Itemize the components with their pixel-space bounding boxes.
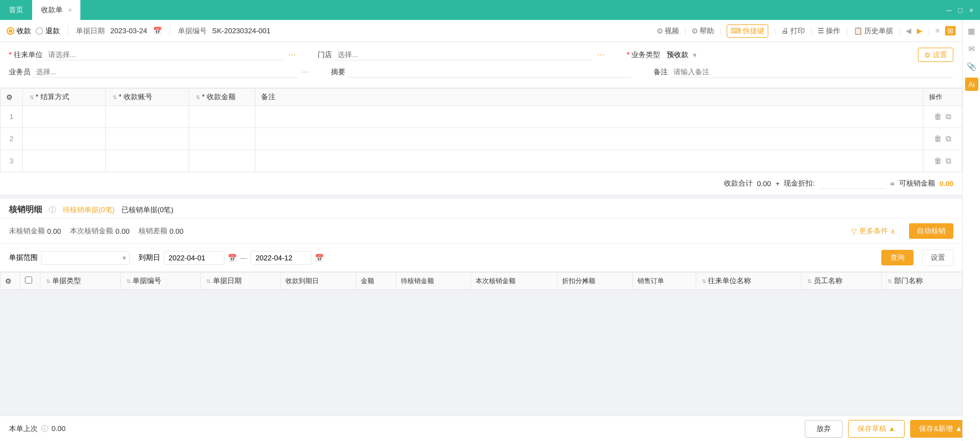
- bth-staff: ⇅ 员工名称: [802, 273, 882, 290]
- grid-view-icon[interactable]: ⊞: [945, 26, 956, 35]
- calendar-from-icon[interactable]: 📅: [228, 254, 237, 262]
- toolbar-divider-1: [68, 25, 68, 37]
- current-stat: 本次核销金额 0.00: [70, 226, 129, 236]
- sort-dept-icon: ⇅: [887, 278, 892, 284]
- summary-input[interactable]: [348, 66, 631, 78]
- range-select[interactable]: [41, 251, 130, 265]
- pending-tab[interactable]: 待核销单据(0笔): [63, 205, 115, 215]
- filter-settings-btn[interactable]: 设置: [922, 249, 953, 266]
- row-2-note[interactable]: [256, 128, 923, 150]
- right-sidebar: ▦ ✉ 📎 Ai: [962, 20, 980, 441]
- sort-settlement-icon[interactable]: ⇅: [29, 94, 34, 100]
- auto-verification-btn[interactable]: 自动核销: [909, 223, 953, 239]
- refund-radio[interactable]: 退款: [35, 26, 60, 36]
- plus-sign: +: [775, 180, 780, 188]
- tab-receipt[interactable]: 收款单 ×: [32, 0, 80, 20]
- row-2-actions: 🗑 ⧉: [923, 128, 962, 150]
- done-tab[interactable]: 已核销单据(0笔): [121, 205, 173, 215]
- operation-action[interactable]: ☰ 操作: [818, 26, 840, 36]
- row-3-account[interactable]: [106, 150, 189, 172]
- row-1-note[interactable]: [256, 106, 923, 128]
- summary-row: 收款合计 0.00 + 现金折扣: = 可核销金额 0.00: [0, 172, 962, 199]
- row-2-settlement[interactable]: [23, 128, 106, 150]
- row-2-copy-btn[interactable]: ⧉: [945, 134, 952, 143]
- window-minimize-icon[interactable]: ─: [946, 6, 951, 14]
- store-input[interactable]: [334, 49, 593, 60]
- nav-prev-icon[interactable]: ◀: [906, 27, 911, 35]
- staff-more-btn[interactable]: ···: [302, 67, 309, 77]
- th-account: ⇅ * 收款账号: [106, 89, 189, 106]
- calendar-icon[interactable]: 📅: [153, 27, 162, 35]
- row-3-note[interactable]: [256, 150, 923, 172]
- diff-value: 0.00: [170, 227, 183, 235]
- sidebar-table-icon[interactable]: ▦: [965, 24, 978, 38]
- info-icon[interactable]: ⓘ: [49, 205, 56, 215]
- receipt-table: ⚙ ⇅ * 结算方式 ⇅ * 收款账号 ⇅ * 收款金额: [0, 88, 962, 172]
- sort-type-icon: ⇅: [46, 278, 50, 284]
- sidebar-attachment-icon[interactable]: 📎: [965, 60, 978, 73]
- discount-input[interactable]: [819, 178, 886, 189]
- store-more-btn[interactable]: ···: [597, 50, 604, 60]
- row-2-amount[interactable]: [189, 128, 256, 150]
- sidebar-camera-icon[interactable]: Ai: [965, 78, 978, 91]
- video-action[interactable]: ⊙ 视频: [657, 26, 679, 36]
- calendar-to-icon[interactable]: 📅: [315, 254, 324, 262]
- th-settings[interactable]: ⚙: [1, 89, 23, 106]
- query-btn[interactable]: 查询: [881, 250, 913, 265]
- current-value: 0.00: [115, 227, 129, 235]
- diff-label: 核销差额: [139, 226, 167, 236]
- history-action[interactable]: 📋 历史单据: [854, 26, 893, 36]
- row-3-settlement[interactable]: [23, 150, 106, 172]
- shortcut-action[interactable]: ⌨ 快捷键: [727, 24, 768, 38]
- th-note: 备注: [256, 89, 923, 106]
- row-2-delete-btn[interactable]: 🗑: [933, 134, 943, 143]
- sidebar-email-icon[interactable]: ✉: [965, 42, 978, 55]
- sort-amount-icon[interactable]: ⇅: [196, 94, 200, 100]
- receipt-radio-label: 收款: [17, 26, 31, 36]
- more-conditions[interactable]: ▽ 更多条件 ∧: [851, 226, 896, 236]
- chevron-up-icon: ∧: [890, 227, 896, 235]
- gear-icon: ⚙: [924, 51, 931, 59]
- verification-title-bar: 核销明细 ⓘ 待核销单据(0笔) 已核销单据(0笔): [0, 199, 962, 219]
- nav-next-icon[interactable]: ▶: [917, 27, 922, 35]
- discard-button[interactable]: 放弃: [805, 420, 843, 438]
- print-label: 打印: [790, 26, 805, 36]
- row-3-amount[interactable]: [189, 150, 256, 172]
- help-action[interactable]: ⊙ 帮助: [692, 26, 714, 36]
- filter-icon: ▽: [851, 227, 857, 235]
- note-input[interactable]: [670, 66, 953, 78]
- business-type-dropdown-icon[interactable]: ▾: [693, 51, 697, 59]
- bth-settings[interactable]: ⚙: [1, 273, 21, 290]
- save-draft-button[interactable]: 保存草稿 ▲: [848, 420, 905, 438]
- operation-icon: ☰: [818, 27, 824, 35]
- row-1-copy-btn[interactable]: ⧉: [945, 112, 952, 121]
- counterpart-more-btn[interactable]: ···: [288, 50, 295, 60]
- row-3-delete-btn[interactable]: 🗑: [933, 156, 943, 165]
- tab-home[interactable]: 首页: [0, 0, 32, 20]
- print-action[interactable]: 🖨 打印: [782, 26, 805, 36]
- settings-icon: ⚙: [6, 93, 13, 101]
- settings-button[interactable]: ⚙ 设置: [918, 48, 953, 62]
- counterpart-input[interactable]: [45, 49, 284, 60]
- row-3-copy-btn[interactable]: ⧉: [945, 156, 952, 166]
- row-2-account[interactable]: [106, 128, 189, 150]
- bth-checkbox[interactable]: [21, 273, 40, 290]
- th-amount: ⇅ * 收款金额: [189, 89, 256, 106]
- receipt-radio[interactable]: 收款: [7, 26, 31, 36]
- list-view-icon[interactable]: ≡: [935, 27, 940, 35]
- window-maximize-icon[interactable]: □: [958, 6, 963, 14]
- bth-pending: 待核销金额: [396, 273, 471, 290]
- row-1-amount[interactable]: [189, 106, 256, 128]
- diff-stat: 核销差额 0.00: [139, 226, 183, 236]
- row-1-account[interactable]: [106, 106, 189, 128]
- date-to-input[interactable]: [251, 251, 312, 265]
- sort-account-icon[interactable]: ⇅: [113, 94, 117, 100]
- staff-input[interactable]: [33, 66, 297, 78]
- row-1-delete-btn[interactable]: 🗑: [933, 112, 943, 121]
- tab-close-icon[interactable]: ×: [68, 0, 72, 20]
- select-all-checkbox[interactable]: [25, 276, 32, 284]
- date-from-input[interactable]: [164, 251, 224, 265]
- row-1-settlement[interactable]: [23, 106, 106, 128]
- sort-counterpart-icon: ⇅: [702, 278, 706, 284]
- window-close-icon[interactable]: ×: [969, 6, 973, 14]
